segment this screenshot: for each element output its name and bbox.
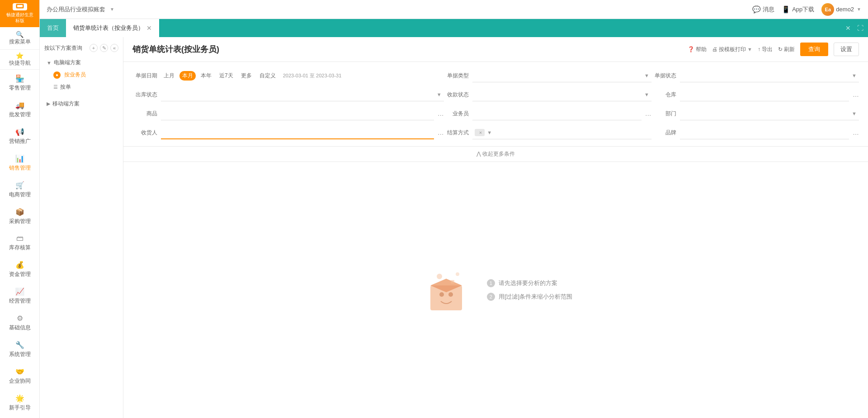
- status-select[interactable]: ▼: [680, 69, 859, 82]
- sidebar-item-wholesale[interactable]: 🚚 批发管理: [0, 96, 39, 123]
- tab-actions: ✕ ⛶: [845, 19, 868, 37]
- app-download-icon: 📱: [782, 5, 790, 14]
- sidebar-quick-nav[interactable]: ⭐ 快捷导航: [0, 50, 39, 70]
- sidebar-item-marketing[interactable]: 📢 营销推广: [0, 123, 39, 150]
- collapse-icon: ⋀: [476, 151, 481, 157]
- type-select[interactable]: ▼: [472, 69, 651, 82]
- close-all-icon[interactable]: ✕: [845, 24, 851, 32]
- step-2-num: 2: [487, 293, 495, 301]
- receiver-input[interactable]: [161, 126, 434, 139]
- date-btn-more[interactable]: 更多: [238, 71, 255, 81]
- pay-status-select[interactable]: ▼: [472, 88, 651, 101]
- filter-pay-status: 收款状态 ▼: [444, 88, 651, 101]
- filter-type: 单据类型 ▼: [444, 69, 651, 82]
- sidebar-item-newbie[interactable]: 🌟 新手引导: [0, 390, 39, 416]
- warehouse-input[interactable]: [680, 88, 849, 101]
- status-label: 单据状态: [651, 72, 676, 80]
- refresh-icon: ↻: [778, 46, 783, 52]
- account-dropdown-arrow[interactable]: ▼: [110, 7, 114, 12]
- tree-mobile-section[interactable]: ▶ 移动端方案: [40, 98, 123, 110]
- app-subtitle: 标版: [15, 18, 24, 24]
- message-button[interactable]: 💬 消息: [752, 5, 774, 14]
- topbar: 办公用品行业模拟账套 ▼ 💬 消息 📱 App下载 Ea demo2 ▼: [40, 0, 868, 19]
- sidebar-item-operations[interactable]: 📈 经营管理: [0, 283, 39, 309]
- tree-expand-icon: ▼: [47, 60, 52, 66]
- sidebar-item-purchase[interactable]: 📦 采购管理: [0, 203, 39, 230]
- sidebar-item-retail[interactable]: 🏪 零售管理: [0, 70, 39, 96]
- settle-tag-close[interactable]: ×: [479, 130, 482, 135]
- date-btn-custom[interactable]: 自定义: [257, 71, 278, 81]
- settle-tag: ×: [475, 129, 485, 136]
- basic-icon: ⚙: [17, 314, 23, 323]
- sidebar-item-system[interactable]: 🔧 系统管理: [0, 336, 39, 363]
- sidebar-item-ecommerce[interactable]: 🛒 电商管理: [0, 176, 39, 203]
- tree-section-mobile: ▶ 移动端方案: [40, 95, 123, 112]
- finance-icon: 💰: [15, 261, 24, 269]
- help-button[interactable]: ❓ 帮助: [688, 46, 707, 53]
- settings-button[interactable]: 设置: [834, 43, 859, 56]
- panel-add-button[interactable]: +: [90, 44, 98, 52]
- panel-edit-button[interactable]: ✎: [100, 44, 108, 52]
- tab-sales-report[interactable]: 销货单统计表（按业务员） ✕: [66, 19, 159, 37]
- date-btn-this-month[interactable]: 本月: [179, 71, 196, 81]
- message-label: 消息: [763, 5, 774, 14]
- collapse-bar[interactable]: ⋀ 收起更多条件: [123, 147, 868, 162]
- sidebar-item-appstore[interactable]: 🔲 应用中心: [0, 416, 39, 418]
- dept-select[interactable]: ▼: [680, 107, 859, 120]
- print-dropdown-arrow[interactable]: ▼: [747, 47, 752, 52]
- svg-point-4: [456, 272, 459, 276]
- tab-home[interactable]: 首页: [40, 19, 66, 37]
- sidebar-item-finance[interactable]: 💰 资金管理: [0, 256, 39, 283]
- export-icon: ↑: [758, 46, 760, 52]
- receiver-dots[interactable]: …: [438, 129, 444, 136]
- sidebar-item-enterprise[interactable]: 🤝 企业协同: [0, 363, 39, 390]
- sales-icon: 📊: [15, 154, 24, 163]
- empty-icon: [419, 263, 473, 317]
- panel-collapse-button[interactable]: «: [110, 44, 118, 52]
- logo-icon: [13, 3, 27, 10]
- query-button[interactable]: 查询: [800, 43, 828, 56]
- dept-label: 部门: [651, 110, 676, 118]
- panel-header: 按以下方案查询 + ✎ «: [40, 42, 123, 54]
- tab-home-label: 首页: [47, 24, 59, 32]
- app-logo: 畅捷通好生意 标版: [0, 0, 40, 27]
- tree-item-by-staff[interactable]: ● 按业务员: [40, 69, 123, 81]
- user-dropdown-arrow[interactable]: ▼: [857, 7, 861, 12]
- date-btn-7days[interactable]: 近7天: [217, 71, 236, 81]
- sidebar-item-wholesale-label: 批发管理: [9, 111, 31, 119]
- sidebar-item-sales[interactable]: 📊 销售管理: [0, 150, 39, 176]
- goods-input[interactable]: [161, 107, 434, 120]
- enterprise-icon: 🤝: [15, 367, 24, 376]
- date-btn-last-month[interactable]: 上月: [161, 71, 177, 81]
- maximize-icon[interactable]: ⛶: [857, 24, 863, 32]
- template-print-button[interactable]: 🖨 按模板打印 ▼: [712, 46, 752, 53]
- goods-dots[interactable]: …: [438, 110, 444, 117]
- export-button[interactable]: ↑ 导出: [758, 46, 773, 53]
- sidebar-search-menu[interactable]: 🔍 搜索菜单: [0, 27, 39, 50]
- refresh-button[interactable]: ↻ 刷新: [778, 46, 795, 53]
- sidebar-item-system-label: 系统管理: [9, 351, 31, 358]
- empty-state: 1 请先选择要分析的方案 2 用[过滤]条件来缩小分析范围: [123, 162, 868, 418]
- filter-dept: 部门 ▼: [651, 107, 859, 120]
- staff-dots[interactable]: …: [645, 110, 651, 117]
- staff-input[interactable]: [472, 107, 642, 120]
- sidebar-quick-nav-label: 快捷导航: [0, 59, 39, 67]
- system-icon: 🔧: [15, 341, 24, 349]
- brand-input[interactable]: [680, 126, 849, 139]
- warehouse-dots[interactable]: …: [853, 91, 859, 98]
- page-title: 销货单统计表(按业务员): [132, 44, 219, 55]
- app-download-button[interactable]: 📱 App下载: [782, 5, 814, 14]
- newbie-icon: 🌟: [15, 394, 24, 403]
- tree-item-by-order[interactable]: ☰ 按单: [40, 81, 123, 93]
- pay-status-arrow: ▼: [644, 92, 649, 97]
- user-menu[interactable]: Ea demo2 ▼: [821, 3, 861, 16]
- tab-close-icon[interactable]: ✕: [146, 24, 152, 32]
- out-status-select[interactable]: ▼: [161, 88, 444, 101]
- tree-pc-section[interactable]: ▼ 电脑端方案: [40, 57, 123, 69]
- account-selector[interactable]: 办公用品行业模拟账套: [47, 5, 105, 14]
- date-btn-this-year[interactable]: 本年: [198, 71, 214, 81]
- sidebar-item-inventory[interactable]: 🗃 库存核算: [0, 230, 39, 256]
- brand-dots[interactable]: …: [853, 129, 859, 136]
- tree-mobile-label: 移动端方案: [52, 100, 80, 108]
- sidebar-item-basic[interactable]: ⚙ 基础信息: [0, 309, 39, 336]
